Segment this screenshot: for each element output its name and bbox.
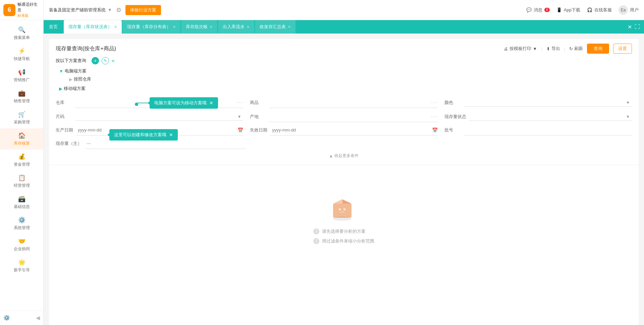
- header-right: 💬 消息 8 📱 App下载 🎧 在线客服 Ea 用户: [526, 5, 639, 15]
- export-label: 导出: [551, 46, 560, 52]
- origin-dots-icon[interactable]: ···: [431, 114, 437, 120]
- stock-main-input[interactable]: [92, 140, 246, 147]
- tab-close-icon[interactable]: ✕: [210, 25, 213, 29]
- filter-collapse-btn[interactable]: ▲ 收起更多条件: [56, 150, 632, 161]
- plan-tree: ▼ 电脑端方案 ▶ 按照仓库 这里可以创建和修改方案哦 ✕ ▶ 移动端方案: [56, 67, 632, 93]
- tab-summary[interactable]: 收发存汇总表 ✕: [255, 20, 296, 34]
- sidebar-item-quicknav[interactable]: ⚡ 快捷导航: [0, 44, 43, 65]
- tab-home[interactable]: 首页: [44, 20, 63, 34]
- stock-status-select[interactable]: ▼: [469, 113, 632, 121]
- tab-close-icon[interactable]: ✕: [173, 25, 176, 29]
- prod-date-label: 生产日期: [56, 127, 73, 133]
- tab-label: 现存量（库存状况表）: [68, 24, 112, 30]
- batch-input[interactable]: [464, 126, 632, 134]
- sidebar-item-operations[interactable]: 📋 经营管理: [0, 171, 43, 192]
- headset-icon: 🎧: [587, 7, 592, 12]
- plan-mobile[interactable]: ▶ 移动端方案: [59, 85, 632, 93]
- warehouse-label: 仓库: [56, 100, 72, 106]
- tab-close-icon[interactable]: ✕: [247, 25, 250, 29]
- sidebar-item-marketing[interactable]: 📢 营销推广: [0, 65, 43, 86]
- tab-batch[interactable]: 库存批次账 ✕: [181, 20, 217, 34]
- exp-date-input[interactable]: [270, 126, 432, 134]
- tab-close-icon[interactable]: ✕: [114, 25, 117, 29]
- sidebar-item-guide[interactable]: 🌟 新手引导: [0, 255, 43, 276]
- tooltip-edit: 这里可以创建和修改方案哦 ✕: [109, 129, 178, 141]
- sidebar-item-finance[interactable]: 💰 资金管理: [0, 150, 43, 171]
- sidebar-item-enterprise[interactable]: 🤝 企业协同: [0, 234, 43, 255]
- tooltip-edit-text: 这里可以创建和修改方案哦: [114, 132, 166, 138]
- batch-label: 批号: [444, 127, 461, 133]
- goods-dots-icon[interactable]: ···: [431, 100, 437, 106]
- stock-status-chevron-icon: ▼: [626, 114, 630, 119]
- sidebar-item-system[interactable]: ⚙️ 系统管理: [0, 213, 43, 234]
- tab-inventory-status[interactable]: 现存量（库存状况表） ✕: [64, 20, 122, 34]
- online-support-label: 在线客服: [594, 7, 612, 13]
- export-btn[interactable]: ⬆ 导出: [546, 46, 560, 52]
- refresh-label: 刷新: [574, 46, 583, 52]
- page-title: 现存量查询(按仓库+商品): [56, 45, 116, 52]
- filter-add-button[interactable]: +: [92, 57, 99, 64]
- plan-desktop[interactable]: ▼ 电脑端方案: [59, 67, 632, 75]
- sidebar-item-sales[interactable]: 💼 销售管理: [0, 86, 43, 107]
- tab-fullscreen-icon[interactable]: ⛶: [635, 24, 640, 30]
- filter-edit-button[interactable]: ✎: [102, 57, 109, 64]
- sidebar-item-label: 经营管理: [14, 183, 30, 188]
- filter-arrow-button[interactable]: «: [112, 58, 115, 64]
- filter-plan-row: 按以下方案查询 + ✎ « 电脑方案可设为移动方案哦 ✕: [56, 57, 632, 64]
- guide-icon: 🌟: [18, 259, 25, 266]
- header-left: 装备及固定资产辅助管理系统 ▼ ⚙ 体验行业方案: [49, 5, 161, 15]
- tooltip-scheme-close[interactable]: ✕: [209, 100, 213, 106]
- page-actions: 🖨 按模板打印 ▼ | ⬆ 导出 | ↻ 刷新 查询 设置: [504, 44, 632, 54]
- plan-mobile-expand-icon: ▶: [59, 86, 62, 91]
- svg-point-6: [343, 208, 345, 210]
- sidebar-item-purchase[interactable]: 🛒 采购管理: [0, 107, 43, 128]
- collapse-icon[interactable]: ◀: [36, 315, 40, 321]
- settings-bottom-icon[interactable]: ⚙️: [3, 315, 10, 321]
- empty-state: 1 请先选择要分析的方案 2 用过滤条件来缩小分析范围: [49, 165, 639, 272]
- query-button[interactable]: 查询: [587, 44, 609, 54]
- sidebar-item-label: 基础信息: [14, 204, 30, 210]
- system-name-select[interactable]: 装备及固定资产辅助管理系统 ▼: [49, 7, 112, 13]
- sidebar-item-label: 销售管理: [14, 98, 30, 104]
- print-btn[interactable]: 🖨 按模板打印 ▼: [504, 46, 537, 52]
- size-select[interactable]: ▼: [75, 113, 243, 121]
- warehouse-dots-icon[interactable]: ···: [237, 100, 243, 106]
- app-download-item[interactable]: 📱 App下载: [556, 7, 580, 13]
- refresh-btn[interactable]: ↻ 刷新: [569, 46, 583, 52]
- sidebar-item-inventory[interactable]: 🏠 库存核算: [0, 128, 43, 150]
- online-support-item[interactable]: 🎧 在线客服: [587, 7, 612, 13]
- tab-close-icon[interactable]: ✕: [288, 25, 291, 29]
- sidebar-item-search[interactable]: 🔍 搜索菜单: [0, 23, 43, 44]
- stock-status-label: 现存量状态: [444, 114, 466, 120]
- tab-close-all-icon[interactable]: ✕: [628, 24, 632, 30]
- origin-input[interactable]: [269, 113, 431, 120]
- header-settings-icon[interactable]: ⚙: [116, 6, 121, 14]
- stock-main-dash: —: [85, 141, 92, 146]
- prod-date-calendar-icon[interactable]: 📅: [237, 127, 243, 133]
- svg-marker-1: [333, 199, 342, 204]
- phone-icon: 📱: [556, 7, 562, 12]
- color-select[interactable]: ▼: [464, 99, 632, 107]
- plan-item-icon: ▶: [69, 77, 72, 82]
- user-item[interactable]: Ea 用户: [619, 5, 639, 15]
- reset-button[interactable]: 设置: [613, 44, 632, 54]
- sidebar-item-label: 系统管理: [14, 225, 30, 231]
- tab-flow[interactable]: 出入库流水 ✕: [218, 20, 254, 34]
- trial-button[interactable]: 体验行业方案: [125, 5, 161, 15]
- tab-inventory-dist[interactable]: 现存量（库存分布表） ✕: [122, 20, 180, 34]
- filter-field-stock-status: 现存量状态 ▼: [444, 111, 632, 122]
- origin-label: 产地: [250, 114, 267, 120]
- message-item[interactable]: 💬 消息 8: [526, 7, 550, 13]
- print-dropdown-icon: ▼: [533, 46, 537, 51]
- tooltip-edit-close[interactable]: ✕: [169, 132, 173, 138]
- sidebar-item-base[interactable]: 🗃️ 基础信息: [0, 192, 43, 213]
- plan-desktop-item-0[interactable]: ▶ 按照仓库: [66, 75, 632, 83]
- tab-label: 收发存汇总表: [260, 24, 286, 30]
- hint-num-2: 2: [313, 238, 319, 244]
- hint-text-1: 请先选择要分析的方案: [322, 227, 366, 235]
- svg-marker-2: [342, 199, 352, 204]
- tab-label: 出入库流水: [223, 24, 245, 30]
- marketing-icon: 📢: [18, 68, 25, 76]
- goods-input[interactable]: [269, 99, 431, 106]
- exp-date-calendar-icon[interactable]: 📅: [432, 127, 438, 133]
